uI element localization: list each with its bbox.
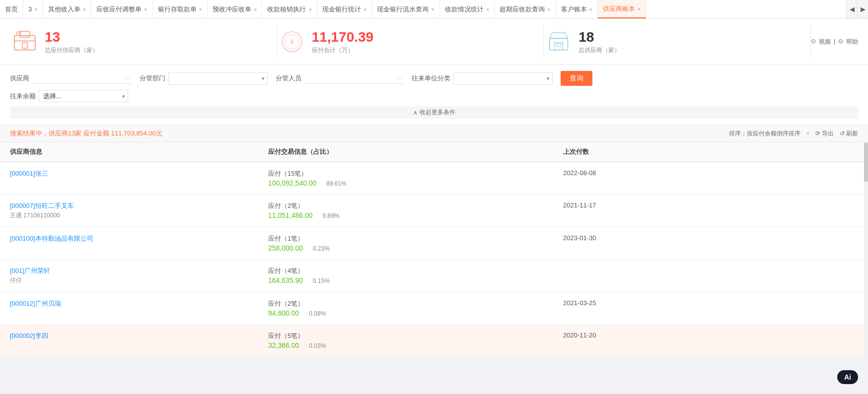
pay-info-cell: 应付（15笔） 100,092,540.00 89.61% [268,169,563,187]
close-icon[interactable]: × [589,6,592,12]
svg-rect-3 [22,43,27,49]
last-pay-cell: 2022-08-08 [563,169,858,177]
category-select[interactable] [453,72,553,85]
supplier-sub: 仔仔 [10,276,268,285]
balance-select[interactable]: 选择... [39,90,128,102]
supplier-link[interactable]: [000001]张三 [10,170,48,177]
close-icon[interactable]: × [308,6,311,12]
nav-tab-home[interactable]: 首页 [0,0,23,18]
nav-tab-customer-ledger[interactable]: 客户账本 × [556,0,598,18]
table-row: [000007]恒旺二手叉车 王通 17106110000 应付（2笔） 11,… [0,195,868,227]
supplier-sub: 王通 17106110000 [10,211,268,220]
supplier-filter-label: 供应商 [10,74,29,83]
table-row: [001]广州荣轩 仔仔 应付（4笔） 164,635.90 0.15% [0,260,868,292]
nav-tab-bank-deposit[interactable]: 银行存取款单 × [153,0,208,18]
close-icon[interactable]: × [486,6,489,12]
query-button[interactable]: 查询 [561,71,592,86]
table-header-row: 供应商信息 应付交易信息（占比） 上次付数 [0,142,868,162]
help-link[interactable]: 帮助 [846,38,858,46]
vertical-scrollbar[interactable] [864,142,868,357]
close-icon[interactable]: × [638,6,641,12]
filter-item-person: 分管人员 [276,73,404,84]
close-icon[interactable]: × [363,6,366,12]
nav-tab-prepayment[interactable]: 预收冲应收单 × [208,0,262,18]
close-icon[interactable]: × [144,6,147,12]
pay-percent: 0.03% [309,342,326,349]
supplier-link[interactable]: [000012]广州贝瑞 [10,300,61,307]
collapse-button[interactable]: ∧ 收起更多条件 [10,106,858,119]
filter-item-category: 往来单位分类 [412,72,553,85]
pay-label: 应付（2笔） [268,299,563,308]
svg-rect-1 [20,31,30,37]
person-filter-label: 分管人员 [276,74,301,83]
pay-amount-link[interactable]: 258,000.00 [268,244,303,252]
refresh-button[interactable]: ↺ 刷新 [840,130,858,138]
refresh-icon: ↺ [840,130,845,137]
close-icon[interactable]: × [431,6,434,12]
summary-info-total-payable: 11,170.39 应付合计（万） [312,29,374,55]
pay-percent: 9.89% [323,212,340,219]
pay-row-inline: 164,635.90 0.15% [268,276,563,284]
separator: | [834,38,835,45]
pay-percent: 0.23% [313,245,330,252]
pay-info-cell: 应付（1笔） 258,000.00 0.23% [268,234,563,252]
summary-card-payable-suppliers: 13 总应付供应商（家） [10,25,277,59]
supplier-link[interactable]: [000002]李四 [10,332,48,339]
nav-tab-3[interactable]: 3 × [23,0,43,18]
nav-tab-overdue-query[interactable]: 超期应收款查询 × [495,0,556,18]
pay-amount-link[interactable]: 94,600.00 [268,309,299,317]
supplier-link[interactable]: [000007]恒旺二手叉车 [10,202,74,209]
balance-select-wrap: 选择... [39,90,128,102]
supplier-link[interactable]: [001]广州荣轩 [10,267,50,274]
supplier-icon [10,27,40,57]
export-button[interactable]: ⟳ 导出 [815,130,834,138]
pay-amount-link[interactable]: 32,366.00 [268,341,299,349]
pay-row-inline: 11,051,486.00 9.89% [268,211,563,219]
pay-amount-link[interactable]: 164,635.90 [268,276,303,284]
nav-prev-arrow[interactable]: ◀ [846,0,857,19]
dept-filter-label: 分管部门 [140,74,165,83]
nav-tab-other-income[interactable]: 其他收入单 × [43,0,91,18]
result-bar: 搜索结果中，供应商13家 应付金额 111,703,854.00元 排序：按应付… [0,125,868,142]
pay-percent: 0.15% [313,277,330,284]
pay-amount-link[interactable]: 100,092,540.00 [268,179,316,187]
close-icon[interactable]: × [34,6,37,12]
close-icon[interactable]: × [83,6,86,12]
video-link[interactable]: 视频 [819,38,831,46]
supplier-info-cell: [000002]李四 [10,331,268,340]
pay-info-cell: 应付（5笔） 32,366.00 0.03% [268,331,563,349]
circle-icon2: ⊙ [838,38,843,45]
supplier-table: 供应商信息 应付交易信息（占比） 上次付数 [000001]张三 应付（15笔）… [0,142,868,357]
payable-supplier-label: 总应付供应商（家） [45,46,98,55]
sort-chevron-icon: ▾ [806,130,809,137]
nav-tab-ar-ap-adjust[interactable]: 应收应付调整单 × [91,0,152,18]
last-pay-cell: 2021-03-25 [563,299,858,307]
total-supplier-count: 18 [579,29,620,46]
person-input[interactable] [304,73,404,84]
supplier-info-cell: [000012]广州贝瑞 [10,299,268,308]
nav-tab-cash-bank-stat[interactable]: 现金银行统计 × [317,0,372,18]
nav-next-arrow[interactable]: ▶ [857,0,868,19]
result-summary-text: 搜索结果中，供应商13家 应付金额 111,703,854.00元 [10,129,162,138]
nav-tab-collection-stat[interactable]: 收款情况统计 × [440,0,495,18]
collapse-label: 收起更多条件 [420,108,455,117]
svg-rect-11 [557,44,561,47]
supplier-link[interactable]: [000100]本特勤油品有限公司 [10,235,93,242]
payable-supplier-count: 13 [45,29,98,46]
sort-dropdown[interactable]: 排序：按应付余额倒序排序 [729,130,800,138]
close-icon[interactable]: × [199,6,202,12]
nav-tab-supplier-ledger[interactable]: 供应商账本 × [598,0,646,18]
supplier-input[interactable] [32,73,132,84]
last-pay-date: 2022-08-08 [563,169,596,177]
close-icon[interactable]: × [254,6,257,12]
total-supplier-label: 总供应商（家） [579,46,620,55]
nav-arrows: ◀ ▶ [846,0,868,19]
filter-item-supplier: 供应商 [10,73,132,84]
nav-tab-collection[interactable]: 收款核销执行 × [262,0,317,18]
pay-amount-link[interactable]: 11,051,486.00 [268,211,313,219]
scrollbar-thumb[interactable] [864,142,868,182]
close-icon[interactable]: × [547,6,550,12]
dept-select[interactable] [168,72,268,85]
nav-tab-cash-flow[interactable]: 现金银行流水查询 × [372,0,439,18]
summary-card-total-payable: ¥ 11,170.39 应付合计（万） [277,25,544,59]
